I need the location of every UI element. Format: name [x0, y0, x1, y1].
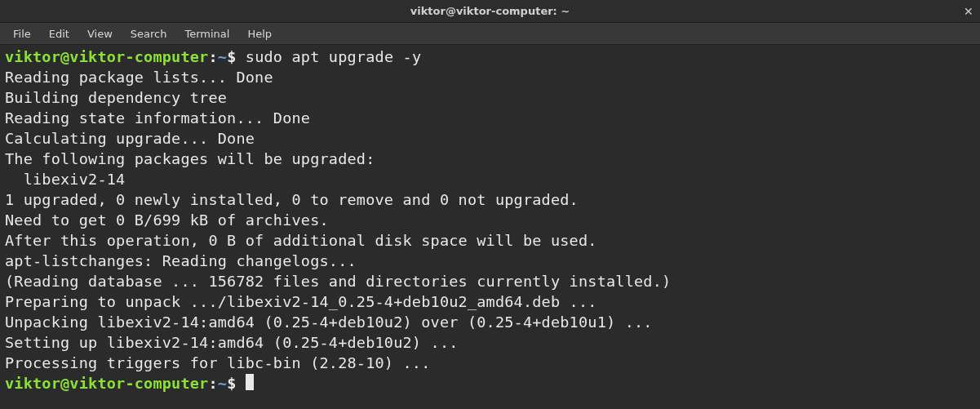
- output-line: Building dependency tree: [5, 89, 227, 106]
- output-line: Need to get 0 B/699 kB of archives.: [5, 211, 329, 229]
- prompt-path: ~: [218, 48, 227, 65]
- output-line: Setting up libexiv2-14:amd64 (0.25-4+deb…: [5, 334, 459, 351]
- output-line: The following packages will be upgraded:: [5, 150, 375, 167]
- output-line: Reading state information... Done: [5, 109, 310, 127]
- output-line: Unpacking libexiv2-14:amd64 (0.25-4+deb1…: [5, 313, 653, 331]
- prompt-colon: :: [208, 48, 217, 65]
- menu-terminal[interactable]: Terminal: [176, 25, 237, 42]
- prompt-path: ~: [218, 375, 227, 392]
- command-text: [236, 48, 245, 65]
- menu-search[interactable]: Search: [122, 25, 175, 42]
- output-line: Processing triggers for libc-bin (2.28-1…: [5, 354, 431, 371]
- output-line: 1 upgraded, 0 newly installed, 0 to remo…: [5, 191, 579, 208]
- prompt-user-host: viktor@viktor-computer: [5, 48, 208, 65]
- command-text: sudo apt upgrade -y: [246, 48, 421, 65]
- prompt-colon: :: [208, 375, 217, 392]
- prompt-symbol: $: [227, 375, 236, 392]
- output-line: Reading package lists... Done: [5, 69, 273, 86]
- menu-help[interactable]: Help: [239, 25, 280, 42]
- cursor: [246, 374, 254, 390]
- prompt-user-host: viktor@viktor-computer: [5, 375, 208, 392]
- output-line: Preparing to unpack .../libexiv2-14_0.25…: [5, 293, 597, 310]
- output-line: Calculating upgrade... Done: [5, 130, 255, 147]
- output-line: apt-listchanges: Reading changelogs...: [5, 252, 357, 269]
- menu-view[interactable]: View: [79, 25, 121, 42]
- menu-edit[interactable]: Edit: [41, 25, 78, 42]
- output-line: After this operation, 0 B of additional …: [5, 232, 597, 249]
- output-line: (Reading database ... 156782 files and d…: [5, 273, 671, 290]
- terminal-area[interactable]: viktor@viktor-computer:~$ sudo apt upgra…: [0, 45, 980, 398]
- menu-file[interactable]: File: [5, 25, 39, 42]
- prompt-symbol: $: [227, 48, 236, 65]
- window-title: viktor@viktor-computer: ~: [410, 5, 570, 17]
- menubar: File Edit View Search Terminal Help: [0, 23, 980, 45]
- close-icon[interactable]: ✕: [964, 6, 973, 17]
- window-titlebar: viktor@viktor-computer: ~ ✕: [0, 0, 980, 23]
- output-line: libexiv2-14: [5, 171, 125, 188]
